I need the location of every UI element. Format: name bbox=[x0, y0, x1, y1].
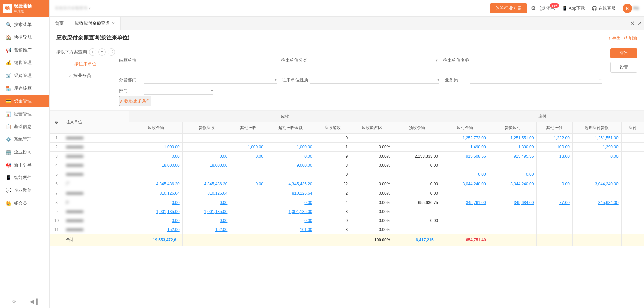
table-cell[interactable]: 18,000.00 bbox=[182, 161, 230, 170]
table-cell[interactable]: 0.00 bbox=[182, 216, 230, 225]
table-cell[interactable]: 0.00 bbox=[129, 198, 182, 207]
collapse-sidebar-icon[interactable]: ◀▐ bbox=[30, 298, 37, 305]
table-cell[interactable]: 810,126.64 bbox=[266, 189, 315, 198]
table-cell[interactable]: 1,001,135.00 bbox=[182, 207, 230, 216]
settings-button[interactable]: 设置 bbox=[610, 62, 637, 73]
footer-ar-advance[interactable]: 6,417,215.... bbox=[393, 234, 441, 246]
table-cell[interactable]: 13.00 bbox=[537, 152, 573, 161]
table-cell[interactable]: 1,001,135.00 bbox=[266, 207, 315, 216]
sidebar-item-nav[interactable]: 🏠 快捷导航 bbox=[0, 31, 49, 44]
app-download-button[interactable]: 📱 App下载 bbox=[562, 5, 585, 11]
table-cell[interactable]: 1,222.00 bbox=[537, 134, 573, 143]
message-button[interactable]: 💬 消息 99+ bbox=[540, 5, 555, 11]
sidebar-item-basic[interactable]: 📋 基础信息 bbox=[0, 120, 49, 133]
sidebar-item-inventory[interactable]: 🏪 库存核算 bbox=[0, 82, 49, 95]
trial-button[interactable]: 体验行业方案 bbox=[490, 3, 527, 13]
table-cell[interactable]: 18,000.00 bbox=[129, 161, 182, 170]
table-cell[interactable]: 3,044,240.00 bbox=[572, 179, 621, 189]
scheme-target-button[interactable]: ⊙ bbox=[98, 48, 106, 56]
sidebar-item-search[interactable]: 🔍 搜索菜单 bbox=[0, 18, 49, 31]
sidebar-item-hardware[interactable]: 📱 智能硬件 bbox=[0, 171, 49, 184]
table-cell[interactable]: 4,345,436.20 bbox=[129, 179, 182, 189]
table-cell[interactable]: 4,345,436.20 bbox=[182, 179, 230, 189]
customer-service-button[interactable]: 🎧 在线客服 bbox=[592, 5, 616, 11]
footer-ar-amount[interactable]: 19,553,472,6... bbox=[129, 234, 182, 246]
submenu-item-partner[interactable]: ⊙ 按往来单位 bbox=[56, 58, 115, 70]
table-cell[interactable]: 1,251,551.00 bbox=[489, 134, 537, 143]
table-cell[interactable]: 152.00 bbox=[129, 225, 182, 234]
sidebar-item-sales[interactable]: 💰 销售管理 bbox=[0, 56, 49, 69]
table-cell[interactable]: 1,001,135.00 bbox=[129, 207, 182, 216]
table-cell[interactable]: 0.00 bbox=[489, 170, 537, 179]
add-scheme-button[interactable]: + bbox=[89, 48, 96, 56]
settlement-input[interactable]: ··· bbox=[144, 57, 276, 64]
tab-close-icon[interactable]: ✕ bbox=[112, 21, 115, 26]
table-cell[interactable]: 0.00 bbox=[441, 170, 489, 179]
table-cell[interactable]: 101.00 bbox=[266, 225, 315, 234]
sidebar-item-system[interactable]: ⚙️ 系统管理 bbox=[0, 133, 49, 146]
export-button[interactable]: ↑ 导出 bbox=[609, 35, 621, 41]
tab-home[interactable]: 首页 bbox=[50, 17, 69, 30]
partner-name-input[interactable] bbox=[471, 56, 600, 64]
table-cell[interactable]: 345,761.00 bbox=[441, 198, 489, 207]
table-cell[interactable]: 0.00 bbox=[266, 216, 315, 225]
table-cell[interactable]: 77.00 bbox=[537, 198, 573, 207]
table-cell[interactable]: 0.00 bbox=[182, 152, 230, 161]
table-cell[interactable]: 0.00 bbox=[230, 152, 266, 161]
table-cell[interactable]: 1,000.00 bbox=[266, 143, 315, 152]
table-cell[interactable]: 0.00 bbox=[266, 152, 315, 161]
table-cell[interactable]: 3,044,240.00 bbox=[441, 179, 489, 189]
table-cell[interactable]: 152.00 bbox=[182, 225, 230, 234]
table-cell[interactable]: 345,684.00 bbox=[572, 198, 621, 207]
table-cell[interactable]: 0.00 bbox=[537, 179, 573, 189]
scheme-back-button[interactable]: 《 bbox=[108, 48, 115, 56]
settings-col-header[interactable]: ⚙ bbox=[50, 111, 63, 134]
table-cell[interactable]: 810,126.64 bbox=[129, 189, 182, 198]
query-button[interactable]: 查询 bbox=[610, 48, 637, 58]
tab-expand-icon[interactable]: ⤢ bbox=[637, 20, 641, 27]
table-cell[interactable]: 1,251,551.00 bbox=[572, 134, 621, 143]
table-cell[interactable]: 1,000.00 bbox=[129, 143, 182, 152]
collapse-button[interactable]: ∧ 收起更多条件 bbox=[119, 96, 151, 106]
sidebar-item-finance[interactable]: 💳 资金管理 bbox=[0, 95, 49, 107]
table-cell[interactable]: 1,390.00 bbox=[572, 143, 621, 152]
sidebar-item-member[interactable]: 👑 畅会员 bbox=[0, 197, 49, 210]
table-cell[interactable]: 345,684.00 bbox=[489, 198, 537, 207]
department-select[interactable]: ▾ bbox=[144, 87, 213, 95]
table-cell[interactable]: 100.00 bbox=[537, 143, 573, 152]
table-cell[interactable]: 0.00 bbox=[129, 216, 182, 225]
table-cell[interactable]: 4,345,436.20 bbox=[266, 179, 315, 189]
table-cell[interactable]: 0.00 bbox=[266, 198, 315, 207]
sidebar-item-marketing[interactable]: 📢 营销推广 bbox=[0, 44, 49, 56]
gear-icon[interactable]: ⚙ bbox=[531, 5, 536, 11]
table-cell[interactable]: 915,508.56 bbox=[441, 152, 489, 161]
table-cell[interactable]: 9,000.00 bbox=[266, 161, 315, 170]
settings-bottom-icon[interactable]: ⚙ bbox=[12, 298, 16, 305]
sidebar-item-purchase[interactable]: 🛒 采购管理 bbox=[0, 69, 49, 82]
table-cell[interactable]: 0.00 bbox=[182, 198, 230, 207]
partner-category-select[interactable]: ▾ bbox=[309, 57, 438, 64]
settlement-dots[interactable]: ··· bbox=[272, 58, 276, 63]
tab-ar-ap[interactable]: 应收应付余额查询 ✕ bbox=[69, 17, 121, 30]
sidebar-item-enterprise[interactable]: 🏢 企业协同 bbox=[0, 146, 49, 159]
table-cell[interactable]: 0.00 bbox=[230, 179, 266, 189]
refresh-button[interactable]: ↺ 刷新 bbox=[624, 35, 637, 41]
table-cell[interactable]: 1,252,773.00 bbox=[441, 134, 489, 143]
sidebar-item-wechat[interactable]: 💬 企业微信 bbox=[0, 184, 49, 197]
table-cell[interactable]: 1,390.00 bbox=[489, 143, 537, 152]
table-cell[interactable]: 1,490.00 bbox=[441, 143, 489, 152]
sidebar-item-guide[interactable]: 🎯 新手引导 bbox=[0, 159, 49, 171]
table-cell[interactable]: 810,126.64 bbox=[182, 189, 230, 198]
table-cell[interactable]: 0.00 bbox=[129, 152, 182, 161]
tab-close-all-icon[interactable]: ✕ bbox=[630, 20, 634, 27]
submenu-item-salesman[interactable]: ○ 按业务员 bbox=[56, 70, 115, 81]
dept-select[interactable]: ▾ bbox=[144, 76, 277, 84]
salesman-dots-input[interactable]: ··· bbox=[470, 76, 602, 84]
table-cell[interactable]: 3,044,240.00 bbox=[489, 179, 537, 189]
table-cell[interactable]: 0.00 bbox=[572, 152, 621, 161]
table-cell[interactable]: 915,495.56 bbox=[489, 152, 537, 161]
user-menu[interactable]: R Rit bbox=[623, 4, 639, 13]
sidebar-item-operations[interactable]: 📊 经营管理 bbox=[0, 107, 49, 120]
table-cell[interactable]: 1,000.00 bbox=[230, 143, 266, 152]
partner-nature-select[interactable]: ▾ bbox=[310, 76, 440, 84]
